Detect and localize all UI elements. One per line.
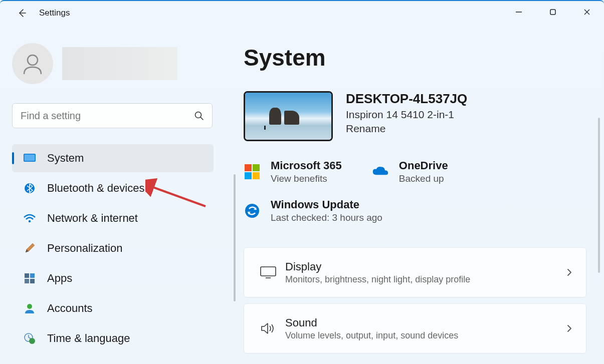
svg-rect-14	[25, 279, 29, 283]
nav-item-network[interactable]: Network & internet	[12, 204, 214, 232]
apps-icon	[23, 272, 36, 285]
nav-item-bluetooth[interactable]: Bluetooth & devices	[12, 174, 214, 202]
search-icon	[194, 111, 204, 121]
tile-title: Windows Update	[271, 198, 382, 211]
accounts-icon	[23, 302, 36, 315]
minimize-button[interactable]	[502, 1, 536, 23]
system-icon	[23, 152, 36, 165]
svg-point-20	[29, 338, 35, 344]
close-icon	[583, 9, 590, 16]
tile-windows-update[interactable]: Windows Update Last checked: 3 hours ago	[244, 198, 382, 223]
paintbrush-icon	[23, 242, 36, 255]
nav-label: System	[47, 152, 84, 165]
sound-icon	[257, 321, 279, 335]
svg-line-7	[200, 117, 203, 120]
nav-item-apps[interactable]: Apps	[12, 264, 214, 292]
nav-label: Time & language	[47, 332, 130, 345]
sidebar: System Bluetooth & devices Network & int…	[12, 25, 223, 364]
svg-rect-12	[25, 273, 29, 278]
svg-rect-21	[245, 164, 252, 171]
nav-item-system[interactable]: System	[12, 144, 214, 172]
tile-onedrive[interactable]: OneDrive Backed up	[372, 159, 448, 184]
close-button[interactable]	[570, 1, 604, 23]
card-sound[interactable]: Sound Volume levels, output, input, soun…	[244, 303, 586, 353]
user-profile[interactable]	[12, 43, 223, 84]
search-box[interactable]	[12, 103, 213, 128]
svg-rect-26	[261, 267, 276, 276]
nav-item-time-language[interactable]: Time & language	[12, 324, 214, 352]
bluetooth-icon	[23, 182, 36, 195]
device-summary: DESKTOP-4L537JQ Inspiron 14 5410 2-in-1 …	[244, 91, 604, 141]
nav-label: Bluetooth & devices	[47, 182, 144, 195]
maximize-icon	[549, 9, 556, 16]
nav-label: Personalization	[47, 242, 122, 255]
arrow-left-icon	[17, 8, 27, 18]
nav-label: Network & internet	[47, 212, 138, 225]
maximize-button[interactable]	[536, 1, 570, 23]
device-name: DESKTOP-4L537JQ	[346, 91, 467, 107]
minimize-icon	[515, 9, 522, 16]
svg-point-25	[245, 204, 259, 218]
nav-item-accounts[interactable]: Accounts	[12, 294, 214, 322]
desktop-preview[interactable]	[244, 91, 333, 141]
card-title: Sound	[285, 316, 566, 329]
main-scrollbar[interactable]	[598, 118, 600, 273]
svg-point-16	[27, 304, 32, 309]
tile-subtitle: View benefits	[271, 173, 342, 184]
main-content: System DESKTOP-4L537JQ Inspiron 14 5410 …	[223, 25, 604, 364]
svg-point-11	[29, 220, 31, 222]
tile-subtitle: Last checked: 3 hours ago	[271, 212, 382, 223]
user-name-redacted	[62, 47, 177, 80]
svg-point-5	[28, 55, 38, 65]
update-icon	[244, 202, 261, 219]
svg-rect-24	[253, 172, 260, 179]
device-model: Inspiron 14 5410 2-in-1	[346, 109, 467, 121]
nav-label: Apps	[47, 272, 72, 285]
card-display[interactable]: Display Monitors, brightness, night ligh…	[244, 247, 586, 297]
page-title: System	[244, 44, 604, 71]
tile-title: Microsoft 365	[271, 159, 342, 172]
avatar	[12, 43, 53, 84]
card-subtitle: Monitors, brightness, night light, displ…	[285, 274, 566, 285]
tile-microsoft365[interactable]: Microsoft 365 View benefits	[244, 159, 342, 184]
svg-rect-22	[253, 164, 260, 171]
tile-subtitle: Backed up	[399, 173, 448, 184]
onedrive-icon	[372, 163, 389, 180]
svg-rect-13	[30, 273, 35, 278]
rename-link[interactable]: Rename	[346, 123, 467, 135]
clock-globe-icon	[23, 332, 36, 345]
card-subtitle: Volume levels, output, input, sound devi…	[285, 330, 566, 341]
svg-rect-15	[30, 279, 35, 283]
person-icon	[21, 52, 44, 75]
nav-list: System Bluetooth & devices Network & int…	[12, 144, 214, 352]
nav-label: Accounts	[47, 302, 93, 315]
app-title: Settings	[39, 8, 70, 18]
wifi-icon	[23, 212, 36, 225]
back-button[interactable]	[12, 3, 32, 23]
chevron-right-icon	[566, 323, 573, 333]
display-icon	[257, 266, 279, 279]
search-input[interactable]	[21, 110, 194, 122]
svg-rect-23	[245, 172, 252, 179]
card-title: Display	[285, 260, 566, 273]
chevron-right-icon	[566, 267, 573, 277]
svg-rect-2	[550, 10, 555, 15]
window-controls	[502, 1, 604, 23]
nav-item-personalization[interactable]: Personalization	[12, 234, 214, 262]
tile-title: OneDrive	[399, 159, 448, 172]
microsoft-logo-icon	[244, 163, 261, 180]
svg-rect-9	[25, 155, 35, 161]
